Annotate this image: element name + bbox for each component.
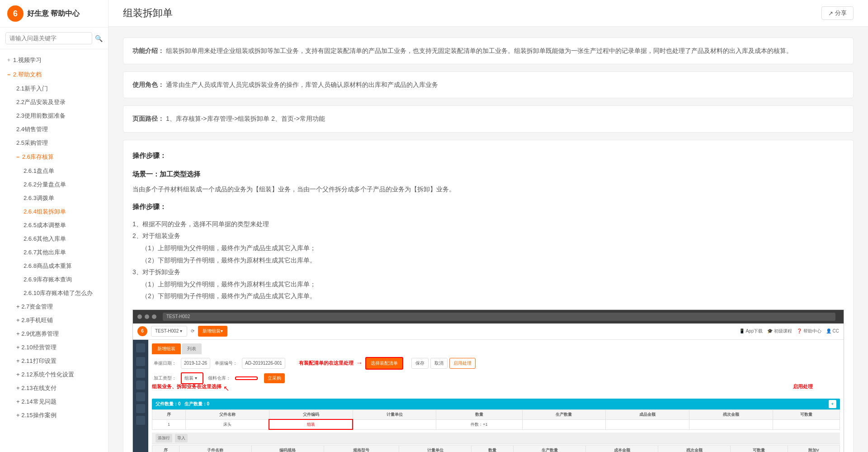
browser-dot-3 bbox=[152, 314, 156, 319]
refresh-icon: ⟳ bbox=[191, 327, 194, 335]
sidebar-item-2-6-9[interactable]: 2.6.9库存账本查询 bbox=[16, 273, 108, 286]
app-sidenav bbox=[133, 340, 148, 452]
sidebar-item-2-14[interactable]: + 2.14常见问题 bbox=[9, 395, 108, 409]
tab-assembly[interactable]: 新增组装 bbox=[152, 343, 181, 354]
sidebar-item-2-6-10[interactable]: 2.6.10库存账本错了怎么办 bbox=[16, 286, 108, 300]
role-label: 使用角色： bbox=[132, 81, 164, 88]
sidebar-item-docs[interactable]: − 2.帮助文档 bbox=[0, 67, 108, 82]
search-input[interactable] bbox=[5, 32, 92, 44]
sidenav-icon-4 bbox=[136, 392, 145, 401]
type-label: 加工类型： bbox=[154, 374, 176, 382]
save-btn[interactable]: 保存 bbox=[411, 358, 429, 369]
sidebar-item-2-8[interactable]: + 2.8手机旺铺 bbox=[9, 314, 108, 327]
sidebar-item-2-11[interactable]: + 2.11打印设置 bbox=[9, 354, 108, 368]
lower-import-btn[interactable]: 导入 bbox=[175, 434, 188, 442]
sidebar-item-2-15[interactable]: + 2.15操作案例 bbox=[9, 409, 108, 422]
annotation-2-text: 组装业务、拆卸业务在这里选择 bbox=[152, 382, 222, 391]
annotation-1-text: 有装配清单的在这里处理 bbox=[299, 359, 354, 368]
warehouse-field[interactable] bbox=[235, 376, 258, 380]
main-header: 组装拆卸单 ↗ 分享 bbox=[108, 0, 868, 27]
upper-section-label: 父件数量：0 bbox=[156, 400, 181, 408]
share-icon: ↗ bbox=[828, 10, 833, 17]
lower-table-toolbar: 添加行 导入 bbox=[152, 433, 840, 444]
sidebar-item-2-5[interactable]: 2.5采购管理 bbox=[9, 136, 108, 150]
sidebar-item-2-12[interactable]: + 2.12系统个性化设置 bbox=[9, 368, 108, 381]
upper-table-header: 父件数量：0 生产数量：0 + bbox=[152, 399, 840, 409]
sidenav-icon-6 bbox=[136, 416, 145, 425]
sidebar-item-2-6-7[interactable]: 2.6.7其他出库单 bbox=[16, 246, 108, 259]
sidebar-item-2-4[interactable]: 2.4销售管理 bbox=[9, 123, 108, 136]
step-2-1: （1）上部明细为父件明细，最终作为产成品生成其它入库单； bbox=[142, 242, 844, 254]
upper-add-btn[interactable]: + bbox=[829, 400, 836, 408]
annotation-3-group: 启用处理 bbox=[793, 382, 813, 391]
content-area: 功能介绍： 组装拆卸单用来处理企业组装或拆卸等加工业务，支持有固定装配清单的产品… bbox=[108, 27, 868, 452]
type-value: 组装 ▾ bbox=[184, 376, 197, 381]
ops-steps-title: 操作步骤： bbox=[132, 200, 844, 213]
sidebar-item-label: 2.帮助文档 bbox=[13, 71, 42, 79]
app-icon-3: ❓ 帮助中心 bbox=[797, 327, 821, 335]
sidenav-home bbox=[136, 343, 145, 352]
tab-list[interactable]: 列表 bbox=[182, 343, 202, 354]
minus-icon-2: − bbox=[16, 154, 19, 160]
warehouse-label: 领料仓库： bbox=[208, 374, 231, 382]
app-icon-1: 📱 App下载 bbox=[739, 327, 763, 335]
red-box-cell: 组装 bbox=[307, 422, 315, 427]
role-block: 使用角色： 通常由生产人员或库管人员完成拆装业务的操作，库管人员确认原材料的出库… bbox=[123, 71, 854, 98]
upper-table-row-1: 1 床头 组装 件数：+1 bbox=[152, 419, 840, 429]
scenario-desc: 当由多个子件材料组装成一个成品的业务为【组装】业务，当由一个父件拆分成多个子产品… bbox=[132, 184, 844, 195]
app-body: 新增组装 列表 单据日期： 2019-12-26 单据编号： AD-201912… bbox=[133, 340, 844, 452]
upper-table: 序 父件名称 父件编码 计量单位 数量 生产数量 成品金额 残次金额 可数量 bbox=[152, 409, 840, 430]
process-btn[interactable]: 启用处理 bbox=[449, 358, 476, 369]
ops-block: 操作步骤： 场景一：加工类型选择 当由多个子件材料组装成一个成品的业务为【组装】… bbox=[123, 140, 854, 452]
search-icon[interactable]: 🔍 bbox=[95, 35, 103, 42]
upper-table-section: 父件数量：0 生产数量：0 + 序 父件名称 父件编码 bbox=[152, 399, 840, 430]
sidebar-item-2-13[interactable]: + 2.13在线支付 bbox=[9, 381, 108, 395]
sidebar-item-2-6-2[interactable]: 2.6.2分量盘点单 bbox=[16, 178, 108, 191]
sidebar-item-2-3[interactable]: 2.3使用前数据准备 bbox=[9, 109, 108, 123]
sidebar-item-2-6-6[interactable]: 2.6.6其他入库单 bbox=[16, 232, 108, 246]
form-orderno-label: 单据编号： bbox=[215, 359, 237, 367]
annotation-1-group: 有装配清单的在这里处理 → 选择装配清单 bbox=[299, 357, 403, 370]
annotation-spacer bbox=[152, 388, 840, 399]
app-logo: 6 bbox=[7, 5, 24, 22]
lower-add-btn[interactable]: 添加行 bbox=[156, 434, 172, 442]
sidebar-item-2-6-1[interactable]: 2.6.1盘点单 bbox=[16, 164, 108, 178]
step-3: 3、对于拆卸业务 bbox=[132, 266, 844, 278]
path-label: 页面路径： bbox=[132, 115, 164, 122]
add-assembly-btn[interactable]: 新增组装▾ bbox=[198, 326, 227, 337]
step-list: 1、根据不同的业务，选择不同单据的类型来处理 2、对于组装业务 （1）上部明细为… bbox=[132, 218, 844, 302]
app-title: 好生意 帮助中心 bbox=[27, 9, 80, 19]
cancel-btn[interactable]: 取消 bbox=[430, 358, 448, 369]
app-content-main: 新增组装 列表 单据日期： 2019-12-26 单据编号： AD-201912… bbox=[148, 340, 844, 452]
sidenav-icon-2 bbox=[136, 369, 145, 378]
sidebar-item-2-1[interactable]: 2.1新手入门 bbox=[9, 82, 108, 95]
sidebar-item-2-6-5[interactable]: 2.6.5成本调整单 bbox=[16, 219, 108, 232]
browser-dot-2 bbox=[145, 314, 149, 319]
sidebar-item-2-10[interactable]: + 2.10经营管理 bbox=[9, 341, 108, 354]
confirm-btn[interactable]: 立采购 bbox=[264, 373, 285, 383]
form-date-label: 单据日期： bbox=[154, 359, 176, 367]
sidebar-item-2-2[interactable]: 2.2产品安装及登录 bbox=[9, 95, 108, 109]
sidebar-item-2-6-4[interactable]: 2.6.4组装拆卸单 bbox=[16, 205, 108, 219]
search-box[interactable]: 🔍 bbox=[0, 28, 108, 49]
sidenav-icon-3 bbox=[136, 381, 145, 390]
form-orderno-value: AD-20191226-001 bbox=[242, 358, 285, 369]
main-content: 组装拆卸单 ↗ 分享 功能介绍： 组装拆卸单用来处理企业组装或拆卸等加工业务，支… bbox=[108, 0, 868, 452]
step-3-1: （1）上部明细为父件明细，最终作为原材料生成其它出库单； bbox=[142, 278, 844, 290]
sidebar-item-2-9[interactable]: + 2.9优惠券管理 bbox=[9, 327, 108, 341]
share-button[interactable]: ↗ 分享 bbox=[821, 6, 854, 20]
sidebar-item-2-6[interactable]: − 2.6库存核算 bbox=[9, 150, 108, 164]
sub-nav-docs: 2.1新手入门 2.2产品安装及登录 2.3使用前数据准备 2.4销售管理 2.… bbox=[0, 82, 108, 422]
share-label: 分享 bbox=[835, 9, 847, 17]
role-text: 通常由生产人员或库管人员完成拆装业务的操作，库管人员确认原材料的出库和产成品的入… bbox=[166, 81, 438, 88]
select-bom-btn[interactable]: 选择装配清单 bbox=[365, 357, 403, 370]
app-right-icons: 📱 App下载 🎓 初级课程 ❓ 帮助中心 👤 CC bbox=[739, 327, 839, 335]
sidebar-item-video[interactable]: + 1.视频学习 bbox=[0, 53, 108, 67]
sidebar-item-2-6-8[interactable]: 2.6.8商品成本重算 bbox=[16, 259, 108, 273]
sidebar: 6 好生意 帮助中心 🔍 + 1.视频学习 − 2.帮助文档 2.1新手入门 2… bbox=[0, 0, 108, 452]
app-logo-ss: 6 bbox=[137, 326, 147, 336]
sidebar-item-2-6-3[interactable]: 2.6.3调拨单 bbox=[16, 191, 108, 205]
sidebar-item-2-7[interactable]: + 2.7资金管理 bbox=[9, 300, 108, 314]
nav-tree: + 1.视频学习 − 2.帮助文档 2.1新手入门 2.2产品安装及登录 2.3… bbox=[0, 49, 108, 452]
browser-url: TEST-H002 bbox=[166, 313, 190, 321]
